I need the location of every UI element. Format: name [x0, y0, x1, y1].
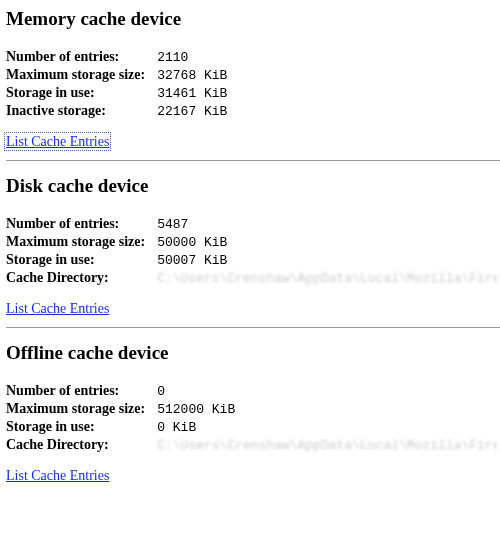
stats-row: Maximum storage size:50000 KiB	[6, 233, 497, 251]
stats-row: Maximum storage size:512000 KiB	[6, 400, 497, 418]
stat-value: 0	[149, 382, 497, 400]
stat-label: Maximum storage size:	[6, 233, 149, 251]
stats-row: Number of entries:2110	[6, 48, 227, 66]
stat-value: 5487	[149, 215, 497, 233]
stat-value: 50000 KiB	[149, 233, 497, 251]
stat-label: Storage in use:	[6, 84, 149, 102]
list-cache-entries-link[interactable]: List Cache Entries	[6, 134, 109, 149]
stats-row: Cache Directory:C:\Users\Crenshaw\AppDat…	[6, 436, 497, 454]
stats-table: Number of entries:2110Maximum storage si…	[6, 48, 227, 120]
list-cache-entries-link[interactable]: List Cache Entries	[6, 468, 109, 483]
section-divider	[6, 327, 500, 328]
section-title: Memory cache device	[6, 8, 500, 30]
stat-value: 0 KiB	[149, 418, 497, 436]
stat-value: C:\Users\Crenshaw\AppData\Local\Mozilla\…	[149, 436, 497, 454]
stats-row: Cache Directory:C:\Users\Crenshaw\AppDat…	[6, 269, 497, 287]
stats-row: Inactive storage:22167 KiB	[6, 102, 227, 120]
stats-row: Storage in use:0 KiB	[6, 418, 497, 436]
stat-label: Maximum storage size:	[6, 66, 149, 84]
stats-row: Storage in use:50007 KiB	[6, 251, 497, 269]
cache-section: Offline cache deviceNumber of entries:0M…	[6, 342, 500, 484]
stat-label: Storage in use:	[6, 251, 149, 269]
stats-table: Number of entries:0Maximum storage size:…	[6, 382, 497, 454]
stat-value: 22167 KiB	[149, 102, 227, 120]
stats-row: Number of entries:0	[6, 382, 497, 400]
cache-section: Memory cache deviceNumber of entries:211…	[6, 8, 500, 150]
stat-label: Number of entries:	[6, 215, 149, 233]
cache-section: Disk cache deviceNumber of entries:5487M…	[6, 175, 500, 317]
stat-label: Cache Directory:	[6, 269, 149, 287]
section-divider	[6, 160, 500, 161]
stat-value: 32768 KiB	[149, 66, 227, 84]
stat-label: Maximum storage size:	[6, 400, 149, 418]
stats-row: Storage in use:31461 KiB	[6, 84, 227, 102]
section-title: Disk cache device	[6, 175, 500, 197]
stat-label: Storage in use:	[6, 418, 149, 436]
list-cache-entries-link[interactable]: List Cache Entries	[6, 301, 109, 316]
stat-value: 512000 KiB	[149, 400, 497, 418]
stat-label: Number of entries:	[6, 382, 149, 400]
stats-row: Maximum storage size:32768 KiB	[6, 66, 227, 84]
stat-label: Cache Directory:	[6, 436, 149, 454]
stat-value: 50007 KiB	[149, 251, 497, 269]
stats-table: Number of entries:5487Maximum storage si…	[6, 215, 497, 287]
stat-label: Number of entries:	[6, 48, 149, 66]
stat-value: C:\Users\Crenshaw\AppData\Local\Mozilla\…	[149, 269, 497, 287]
stat-value: 31461 KiB	[149, 84, 227, 102]
stat-value: 2110	[149, 48, 227, 66]
section-title: Offline cache device	[6, 342, 500, 364]
stat-label: Inactive storage:	[6, 102, 149, 120]
stats-row: Number of entries:5487	[6, 215, 497, 233]
